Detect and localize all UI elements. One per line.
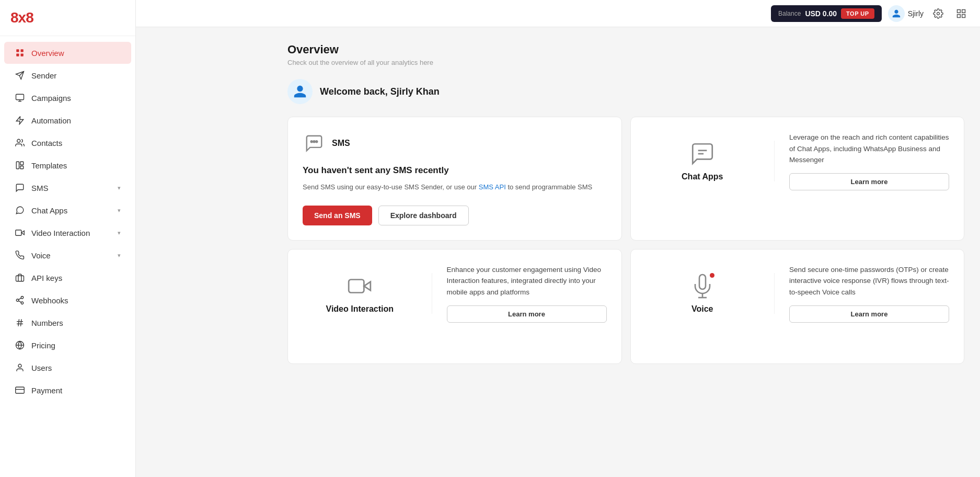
sidebar-item-label-pricing: Pricing [31, 341, 55, 350]
pricing-icon [15, 340, 25, 350]
sidebar-item-templates[interactable]: Templates [4, 154, 131, 176]
automation-icon [15, 115, 25, 126]
chat-apps-right: Leverage on the reach and rich content c… [775, 132, 949, 190]
svg-rect-34 [962, 14, 965, 17]
sidebar-item-label-contacts: Contacts [31, 139, 62, 147]
svg-point-27 [18, 364, 21, 367]
header-avatar [888, 5, 905, 22]
sidebar-item-users[interactable]: Users [4, 357, 131, 379]
sidebar-item-campaigns[interactable]: Campaigns [4, 87, 131, 109]
svg-point-37 [316, 141, 317, 142]
svg-rect-12 [20, 166, 24, 169]
balance-label: Balance [778, 10, 801, 17]
balance-block: Balance USD 0.00 TOP UP [771, 5, 882, 22]
sms-card-desc: Send SMS using our easy-to-use SMS Sende… [303, 182, 607, 193]
svg-point-9 [17, 139, 20, 142]
voice-icon [15, 250, 25, 260]
svg-point-35 [311, 141, 313, 142]
sidebar-item-video-interaction[interactable]: Video Interaction ▾ [4, 222, 131, 244]
sidebar-item-contacts[interactable]: Contacts [4, 132, 131, 154]
webhooks-icon [15, 295, 25, 305]
video-card-icon [347, 273, 373, 299]
sidebar-item-label-sender: Sender [31, 71, 56, 80]
video-icon [15, 228, 25, 238]
sidebar-item-sender[interactable]: Sender [4, 64, 131, 86]
svg-rect-3 [21, 54, 24, 56]
video-learn-more-button[interactable]: Learn more [447, 305, 607, 323]
sidebar-item-label-numbers: Numbers [31, 319, 63, 327]
sms-card-heading: You haven't sent any SMS recently [303, 165, 607, 176]
sidebar-item-label-automation: Automation [31, 116, 71, 125]
top-up-button[interactable]: TOP UP [841, 8, 874, 19]
svg-marker-41 [364, 281, 371, 290]
svg-rect-10 [16, 162, 19, 169]
svg-line-20 [18, 298, 21, 300]
sidebar: 8x8 Overview Sender Campaigns [0, 0, 136, 477]
sidebar-item-voice[interactable]: Voice ▾ [4, 244, 131, 266]
sidebar-item-label-users: Users [31, 364, 52, 372]
sidebar-item-automation[interactable]: Automation [4, 109, 131, 131]
sms-card-title: SMS [332, 139, 350, 148]
cards-grid: SMS You haven't sent any SMS recently Se… [287, 117, 964, 364]
logo-container: 8x8 [0, 0, 135, 36]
sidebar-item-label-voice: Voice [31, 251, 51, 260]
svg-line-24 [21, 319, 22, 326]
chat-apps-learn-more-button[interactable]: Learn more [789, 173, 949, 190]
contacts-icon [15, 138, 25, 148]
svg-rect-28 [16, 387, 25, 393]
chat-apps-desc: Leverage on the reach and rich content c… [789, 132, 949, 166]
chat-apps-icon [15, 205, 25, 215]
video-card-title: Video Interaction [326, 304, 394, 314]
svg-line-19 [18, 301, 21, 302]
voice-desc: Send secure one-time passwords (OTPs) or… [789, 264, 949, 298]
chat-apps-chevron-icon: ▾ [118, 207, 121, 214]
sms-card-actions: Send an SMS Explore dashboard [303, 206, 607, 225]
sidebar-nav: Overview Sender Campaigns Automation [0, 36, 135, 477]
api-keys-icon [15, 272, 25, 283]
app-logo: 8x8 [10, 9, 33, 26]
send-sms-button[interactable]: Send an SMS [303, 206, 372, 225]
main-content: Overview Check out the overview of all y… [272, 27, 980, 477]
sender-icon [15, 70, 25, 81]
voice-learn-more-button[interactable]: Learn more [789, 305, 949, 323]
sms-icon [15, 183, 25, 193]
header-user[interactable]: Sjirly [888, 5, 924, 22]
chat-apps-split: Chat Apps Leverage on the reach and rich… [645, 132, 950, 190]
svg-rect-31 [958, 9, 961, 13]
overview-icon [15, 48, 25, 58]
sidebar-item-api-keys[interactable]: API keys [4, 267, 131, 289]
grid-menu-button[interactable] [953, 5, 970, 22]
chat-apps-left: Chat Apps [645, 141, 775, 181]
welcome-avatar [287, 79, 313, 104]
svg-rect-11 [20, 162, 24, 165]
svg-rect-6 [16, 94, 24, 100]
sidebar-item-label-chat-apps: Chat Apps [31, 206, 67, 215]
sidebar-item-sms[interactable]: SMS ▾ [4, 177, 131, 199]
explore-dashboard-button[interactable]: Explore dashboard [378, 206, 469, 225]
header-username: Sjirly [908, 9, 924, 18]
sidebar-item-label-payment: Payment [31, 386, 62, 395]
svg-rect-32 [962, 9, 965, 13]
sidebar-item-pricing[interactable]: Pricing [4, 334, 131, 356]
sms-api-link[interactable]: SMS API [479, 183, 506, 191]
chat-apps-card-title: Chat Apps [682, 172, 723, 181]
templates-icon [15, 160, 25, 171]
chat-apps-card-icon [689, 141, 716, 167]
svg-rect-1 [21, 49, 24, 52]
voice-split: Voice Send secure one-time passwords (OT… [645, 264, 950, 323]
sms-card: SMS You haven't sent any SMS recently Se… [287, 117, 622, 241]
sidebar-item-webhooks[interactable]: Webhooks [4, 289, 131, 311]
sidebar-item-payment[interactable]: Payment [4, 379, 131, 401]
svg-marker-13 [21, 231, 24, 235]
voice-card-title: Voice [691, 304, 713, 314]
sidebar-item-numbers[interactable]: Numbers [4, 312, 131, 334]
voice-card: Voice Send secure one-time passwords (OT… [630, 249, 965, 364]
sidebar-item-overview[interactable]: Overview [4, 42, 131, 64]
video-chevron-icon: ▾ [118, 230, 121, 236]
svg-point-36 [313, 141, 315, 142]
sidebar-item-label-sms: SMS [31, 184, 49, 192]
svg-rect-2 [16, 54, 19, 56]
sidebar-item-chat-apps[interactable]: Chat Apps ▾ [4, 199, 131, 221]
settings-button[interactable] [930, 5, 947, 22]
svg-rect-0 [16, 49, 19, 52]
